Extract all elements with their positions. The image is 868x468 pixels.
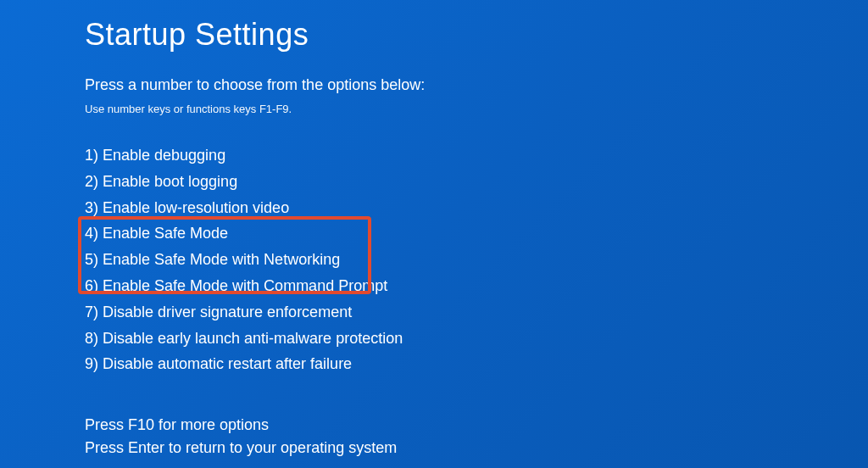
option-disable-anti-malware[interactable]: 8) Disable early launch anti-malware pro… xyxy=(85,326,868,352)
startup-settings-screen: Startup Settings Press a number to choos… xyxy=(0,0,868,377)
option-enable-safe-mode[interactable]: 4) Enable Safe Mode xyxy=(85,220,868,247)
option-enable-boot-logging[interactable]: 2) Enable boot logging xyxy=(85,169,868,195)
option-enable-safe-mode-command-prompt[interactable]: 6) Enable Safe Mode with Command Prompt xyxy=(85,273,868,299)
option-enable-safe-mode-networking[interactable]: 5) Enable Safe Mode with Networking xyxy=(85,247,868,273)
option-enable-debugging[interactable]: 1) Enable debugging xyxy=(85,142,868,169)
more-options-hint: Press F10 for more options xyxy=(85,414,397,437)
option-disable-automatic-restart[interactable]: 9) Disable automatic restart after failu… xyxy=(85,351,868,377)
option-enable-low-resolution-video[interactable]: 3) Enable low-resolution video xyxy=(85,195,868,221)
return-hint: Press Enter to return to your operating … xyxy=(85,437,397,460)
footer-instructions: Press F10 for more options Press Enter t… xyxy=(85,414,397,460)
hint-text: Use number keys or functions keys F1-F9. xyxy=(85,103,868,115)
page-title: Startup Settings xyxy=(85,17,868,53)
instruction-text: Press a number to choose from the option… xyxy=(85,76,868,94)
boot-options-list: 1) Enable debugging 2) Enable boot loggi… xyxy=(85,142,868,377)
option-disable-driver-signature[interactable]: 7) Disable driver signature enforcement xyxy=(85,299,868,326)
